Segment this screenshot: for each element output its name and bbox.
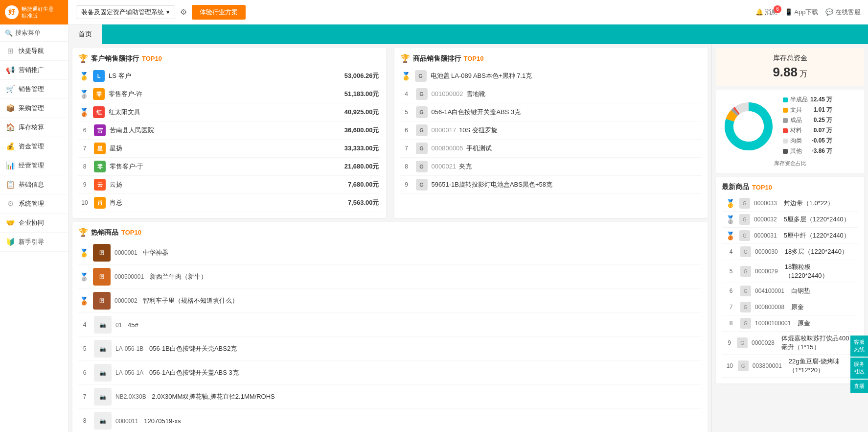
- trial-button[interactable]: 体验行业方案: [192, 5, 246, 20]
- product-thumb-5: 📷: [94, 340, 112, 358]
- sidebar-item-corp[interactable]: 🤝 企业协同: [0, 214, 68, 233]
- legend-dot-material: [783, 128, 788, 133]
- product-item: 8 📷 0000011 12070519-xs: [78, 409, 702, 432]
- rank-medal-3: 🥉: [79, 108, 89, 117]
- app-logo: 好 畅捷通好生意 标准版: [0, 0, 68, 24]
- new-product-item: 7 G 000800008 原奎: [722, 299, 858, 315]
- float-btn-live[interactable]: 直播: [850, 380, 868, 393]
- rank-avatar-4: 苦: [94, 124, 106, 136]
- legend-item-meat: 肉类 -0.05 万: [783, 137, 832, 145]
- hot-rank-name-5: 000800005手机测试: [432, 144, 701, 153]
- marketing-icon: 📢: [6, 66, 15, 74]
- rank-value-6: 21,680.00元: [344, 162, 379, 171]
- rank-medal-1: 🥇: [79, 72, 89, 81]
- new-product-item: 5 G 0000029 18颗粒板（1220*2440）: [722, 260, 858, 283]
- hot-rank-name-2: 001000002雪地靴: [432, 90, 701, 98]
- system-selector[interactable]: 装备及固定资产辅助管理系统 ▾: [76, 5, 175, 19]
- hot-rank-item: 🥇 G 电池盖 LA-089 ABS本色+黑种 7.1克: [400, 67, 702, 85]
- logo-icon: 好: [5, 5, 19, 19]
- rank-name-7: 云扬: [110, 180, 344, 189]
- hot-rank-item: 6 G 000001710S 变扭罗旋: [400, 121, 702, 140]
- basic-icon: 📋: [6, 180, 15, 189]
- product-thumb-7: 📷: [94, 388, 112, 406]
- chart-container: 半成品 12.45 万 文具 1.01 万 成品 0.25 万: [722, 96, 858, 157]
- search-menu[interactable]: 🔍 搜索菜单: [0, 24, 68, 42]
- hot-products-title: 热销商品: [91, 228, 118, 237]
- inventory-icon: 🏠: [6, 123, 15, 132]
- rank-num-8: 10: [79, 199, 90, 206]
- hot-rank-avatar-2: G: [416, 88, 428, 100]
- rank-value-7: 7,680.00元: [348, 180, 379, 189]
- sidebar-item-guide[interactable]: 🔰 新手引导: [0, 233, 68, 252]
- hot-rank-avatar-5: G: [416, 143, 428, 154]
- corp-icon: 🤝: [6, 218, 15, 227]
- float-btn-customer-service[interactable]: 客服热线: [850, 336, 868, 357]
- top-header: 装备及固定资产辅助管理系统 ▾ ⚙ 体验行业方案 🔔 消息 6 📱 App下载 …: [69, 0, 868, 24]
- hot-rank-name-6: 0000021夹克: [432, 162, 701, 171]
- medal-icon: 🏆: [78, 54, 88, 63]
- hot-rank-item: 5 G 056-1A白色按键开关盖ABS 3克: [400, 103, 702, 121]
- product-item: 🥉 图 0000002 智利车子里（规格不知道填什么）: [78, 289, 702, 313]
- sidebar-item-purchase[interactable]: 📦 采购管理: [0, 99, 68, 118]
- rank-item: 🥉 红 红太阳文具 40,925.00元: [78, 103, 380, 121]
- rank-name-8: 肖总: [110, 198, 344, 207]
- sidebar-item-marketing[interactable]: 📢 营销推广: [0, 61, 68, 80]
- new-product-item: 🥈 G 0000032 5厘多层（1220*2440）: [722, 212, 858, 228]
- tab-home[interactable]: 首页: [69, 24, 102, 44]
- svg-point-5: [733, 111, 764, 142]
- legend-item-semifinished: 半成品 12.45 万: [783, 96, 832, 104]
- rank-name-4: 苦南县人民医院: [110, 126, 341, 135]
- rank-item: 9 云 云扬 7,680.00元: [78, 176, 380, 194]
- hot-rank-item: 4 G 001000002雪地靴: [400, 85, 702, 103]
- chart-legend: 半成品 12.45 万 文具 1.01 万 成品 0.25 万: [783, 96, 832, 157]
- finance-icon: 💰: [6, 142, 15, 151]
- sidebar-item-inventory[interactable]: 🏠 库存核算: [0, 118, 68, 137]
- settings-icon[interactable]: ⚙: [180, 7, 187, 17]
- rank-avatar-1: L: [93, 70, 105, 82]
- product-item: 7 📷 NB2.0X30B 2.0X30MM双搓花轴,搓花直径2.1MM/ROH…: [78, 385, 702, 409]
- sidebar-item-basic[interactable]: 📋 基础信息: [0, 175, 68, 194]
- hot-rank-name-4: 000001710S 变扭罗旋: [432, 126, 701, 135]
- product-thumb-1: 图: [93, 244, 111, 262]
- rank-value-5: 33,333.00元: [344, 144, 379, 153]
- rank-avatar-3: 红: [93, 106, 105, 118]
- rank-avatar-2: 零: [93, 88, 105, 100]
- customer-rank-list: 🥇 L LS 客户 53,006.26元 🥈 零 零售客户-许 51,183.0…: [78, 67, 380, 212]
- dropdown-icon: ▾: [166, 8, 170, 16]
- hot-rank-avatar-3: G: [416, 106, 428, 118]
- hot-rank-avatar-6: G: [416, 161, 428, 172]
- sidebar-item-system[interactable]: ⚙ 系统管理: [0, 194, 68, 214]
- rank-value-2: 51,183.00元: [344, 90, 379, 98]
- product-item: 🥈 图 000500001 新西兰牛肉（新牛）: [78, 265, 702, 289]
- sidebar-item-sales[interactable]: 🛒 销售管理: [0, 80, 68, 99]
- tab-bar: 首页: [69, 24, 868, 44]
- rank-item: 🥇 L LS 客户 53,006.26元: [78, 67, 380, 85]
- rank-item: 🥈 零 零售客户-许 51,183.00元: [78, 85, 380, 103]
- hot-rank-name-1: 电池盖 LA-089 ABS本色+黑种 7.1克: [431, 72, 701, 80]
- app-download-link[interactable]: 📱 App下载: [785, 8, 818, 17]
- chart-subtitle: 库存资金占比: [722, 160, 858, 167]
- float-btn-community[interactable]: 服务社区: [850, 358, 868, 379]
- ops-icon: 📊: [6, 161, 15, 170]
- customer-ranking-title: 客户销售额排行: [91, 54, 139, 63]
- float-buttons: 客服热线 服务社区 直播: [850, 336, 868, 393]
- new-product-item: 🥉 G 0000031 5厘中纤（1220*2440）: [722, 228, 858, 244]
- hot-rank-item: 8 G 0000021夹克: [400, 158, 702, 176]
- hot-sales-top-badge: TOP10: [464, 55, 484, 62]
- sidebar-item-ops[interactable]: 📊 经营管理: [0, 156, 68, 175]
- legend-dot-other: [783, 149, 788, 154]
- online-service-link[interactable]: 💬 在线客服: [825, 8, 861, 17]
- hot-rank-item: 9 G 59651-1B旋转投影灯电池盒ABS黑色+58克: [400, 176, 702, 194]
- inventory-total-card: 库存总资金 9.88 万: [716, 48, 864, 86]
- content-area: 🏆 客户销售额排行 TOP10 🥇 L LS 客户 53,006.26元 🥈: [69, 44, 868, 432]
- hot-medal-icon: 🏆: [400, 54, 410, 63]
- hot-rank-name-7: 59651-1B旋转投影灯电池盒ABS黑色+58克: [432, 180, 701, 189]
- product-item: 5 📷 LA-056-1B 056-1B白色按键开关壳ABS2克: [78, 337, 702, 361]
- new-product-item: 9 G 0000028 体焜嘉枚味苏打饮品400毫升（1*15）: [722, 332, 858, 355]
- hot-rank-name-3: 056-1A白色按键开关盖ABS 3克: [432, 108, 701, 117]
- notification-bell[interactable]: 🔔 消息 6: [755, 8, 778, 17]
- sidebar-item-quick-nav[interactable]: ⊞ 快捷导航: [0, 42, 68, 61]
- sidebar-item-finance[interactable]: 💰 资金管理: [0, 137, 68, 156]
- hot-products-badge: TOP10: [121, 229, 141, 236]
- rank-num-6: 8: [79, 163, 90, 170]
